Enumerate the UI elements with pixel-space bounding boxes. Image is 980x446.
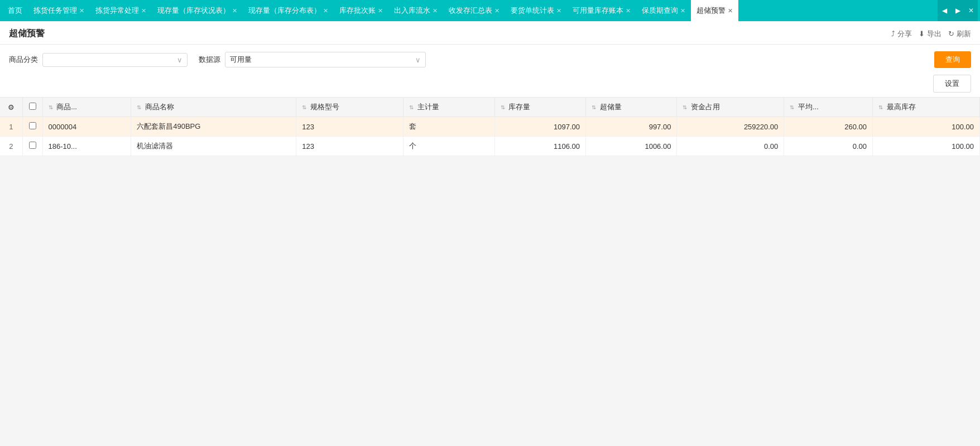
page-header: 超储预警 ⤴ 分享 ⬇ 导出 ↻ 刷新 [0,21,980,45]
nav-inout-flow-label: 出入库流水 [394,6,430,16]
category-select[interactable]: ∨ [42,53,188,67]
export-label: 导出 [927,29,941,39]
category-chevron-icon: ∨ [177,56,182,64]
select-all-checkbox[interactable] [29,103,36,110]
table-header-product-name[interactable]: ⇅ 商品名称 [131,98,296,117]
row-checkbox-0[interactable] [29,122,36,129]
data-table: ⚙ ⇅ 商品... ⇅ 商品名称 ⇅ 规格型号 [0,97,980,156]
nav-stock-distribution-label: 现存量（库存分布表） [248,6,321,16]
export-button[interactable]: ⬇ 导出 [919,29,941,39]
table-header-max-stock[interactable]: ⇅ 最高库存 [873,98,980,117]
nav-receive-summary-close[interactable]: ✕ [494,7,499,14]
nav-overstock-warning[interactable]: 超储预警 ✕ [691,0,738,21]
nav-picking-task-close[interactable]: ✕ [79,7,84,14]
table-header-checkbox[interactable] [22,98,42,117]
nav-shelf-life-close[interactable]: ✕ [680,7,685,14]
row-capital: 259220.00 [677,117,784,137]
row-checkbox-cell[interactable] [22,117,42,137]
filter-area: 商品分类 ∨ 数据源 可用量 ∨ 查询 [0,45,980,75]
nav-available-ledger-close[interactable]: ✕ [626,7,631,14]
sort-icon-product-code: ⇅ [49,104,53,110]
refresh-button[interactable]: ↻ 刷新 [948,29,971,39]
page-title: 超储预警 [9,28,45,40]
table-header-spec[interactable]: ⇅ 规格型号 [296,98,403,117]
nav-requisition-stats-close[interactable]: ✕ [556,7,561,14]
share-icon: ⤴ [891,30,895,38]
export-icon: ⬇ [919,30,925,38]
datasource-filter-group: 数据源 可用量 ∨ [199,52,426,67]
nav-arrow-controls: ◀ ▶ ✕ [938,0,978,21]
table-header-avg[interactable]: ⇅ 平均... [784,98,873,117]
row-product-name: 机油滤清器 [131,137,296,156]
header-actions: ⤴ 分享 ⬇ 导出 ↻ 刷新 [891,29,971,39]
nav-inout-flow-close[interactable]: ✕ [433,7,438,14]
nav-batch-account-close[interactable]: ✕ [378,7,383,14]
sort-icon-product-name: ⇅ [137,104,141,110]
nav-batch-account-label: 库存批次账 [339,6,376,16]
nav-batch-account[interactable]: 库存批次账 ✕ [334,0,388,21]
row-overstock: 1006.00 [585,137,676,156]
nav-stock-status-close[interactable]: ✕ [232,7,237,14]
nav-packing-exception[interactable]: 拣货异常处理 ✕ [90,0,152,21]
row-product-name: 六配套新昌490BPG [131,117,296,137]
row-stock: 1097.00 [494,117,585,137]
nav-stock-distribution-close[interactable]: ✕ [323,7,328,14]
nav-prev-button[interactable]: ◀ [938,0,951,21]
filter-action-buttons: 查询 [934,51,971,68]
datasource-filter-label: 数据源 [199,55,220,65]
row-number: 1 [0,117,22,137]
table-header-product-code[interactable]: ⇅ 商品... [42,98,131,117]
nav-close-all-button[interactable]: ✕ [964,0,978,21]
table-row: 2 186-10... 机油滤清器 123 个 1106.00 1006.00 … [0,137,980,156]
table-header-unit[interactable]: ⇅ 主计量 [403,98,494,117]
settings-gear-icon: ⚙ [8,103,15,112]
category-filter-label: 商品分类 [9,55,38,65]
table-header-overstock[interactable]: ⇅ 超储量 [585,98,676,117]
table-header-stock[interactable]: ⇅ 库存量 [494,98,585,117]
nav-shelf-life[interactable]: 保质期查询 ✕ [636,0,691,21]
refresh-label: 刷新 [957,29,971,39]
nav-picking-task[interactable]: 拣货任务管理 ✕ [28,0,90,21]
nav-next-button[interactable]: ▶ [951,0,964,21]
row-max-stock: 100.00 [873,117,980,137]
nav-home-label: 首页 [8,6,22,16]
row-checkbox-cell[interactable] [22,137,42,156]
settings-button[interactable]: 设置 [933,75,971,93]
nav-home[interactable]: 首页 [2,0,28,21]
main-content: 超储预警 ⤴ 分享 ⬇ 导出 ↻ 刷新 商品分类 ∨ 数据源 [0,21,980,156]
row-max-stock: 100.00 [873,137,980,156]
top-navigation: 首页 拣货任务管理 ✕ 拣货异常处理 ✕ 现存量（库存状况表） ✕ 现存量（库存… [0,0,980,21]
query-button[interactable]: 查询 [934,51,971,68]
nav-packing-exception-close[interactable]: ✕ [141,7,146,14]
nav-stock-status-label: 现存量（库存状况表） [157,6,230,16]
row-capital: 0.00 [677,137,784,156]
sort-icon-max-stock: ⇅ [878,104,883,110]
datasource-select[interactable]: 可用量 ∨ [225,52,426,67]
row-spec: 123 [296,117,403,137]
row-product-code: 186-10... [42,137,131,156]
sort-icon-capital: ⇅ [683,104,687,110]
sort-icon-unit: ⇅ [409,104,414,110]
nav-stock-distribution[interactable]: 现存量（库存分布表） ✕ [243,0,334,21]
datasource-select-value: 可用量 [230,55,252,65]
sort-icon-stock: ⇅ [501,104,505,110]
nav-available-ledger-label: 可用量库存账本 [573,6,623,16]
nav-inout-flow[interactable]: 出入库流水 ✕ [388,0,443,21]
nav-picking-task-label: 拣货任务管理 [33,6,77,16]
nav-requisition-stats[interactable]: 要货单统计表 ✕ [505,0,567,21]
refresh-icon: ↻ [948,30,954,38]
nav-available-ledger[interactable]: 可用量库存账本 ✕ [567,0,636,21]
row-avg: 0.00 [784,137,873,156]
nav-overstock-warning-close[interactable]: ✕ [728,7,733,14]
share-button[interactable]: ⤴ 分享 [891,29,912,39]
table-header-capital[interactable]: ⇅ 资金占用 [677,98,784,117]
nav-stock-status[interactable]: 现存量（库存状况表） ✕ [152,0,243,21]
nav-requisition-stats-label: 要货单统计表 [511,6,554,16]
nav-receive-summary[interactable]: 收发存汇总表 ✕ [443,0,505,21]
table-header-settings[interactable]: ⚙ [0,98,22,117]
sort-icon-avg: ⇅ [790,104,794,110]
row-checkbox-1[interactable] [29,142,36,149]
row-stock: 1106.00 [494,137,585,156]
nav-overstock-warning-label: 超储预警 [696,6,726,16]
row-spec: 123 [296,137,403,156]
